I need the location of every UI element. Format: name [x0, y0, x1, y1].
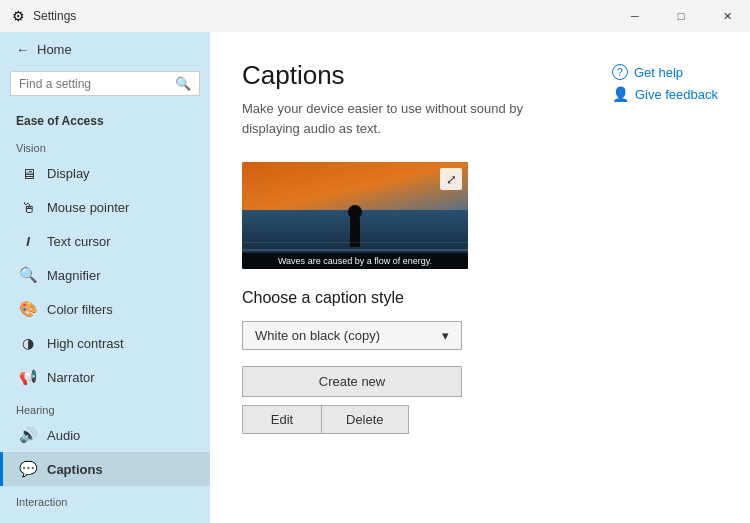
- get-help-label: Get help: [634, 65, 683, 80]
- minimize-button[interactable]: ─: [612, 0, 658, 32]
- content-area: Captions Make your device easier to use …: [210, 32, 750, 523]
- text-cursor-icon: I: [19, 232, 37, 250]
- page-title: Captions: [242, 60, 562, 91]
- content-header: Captions Make your device easier to use …: [242, 60, 718, 138]
- style-dropdown-value: White on black (copy): [255, 328, 380, 343]
- chevron-down-icon: ▾: [442, 328, 449, 343]
- style-actions: Edit Delete: [242, 405, 718, 434]
- settings-icon: ⚙: [12, 8, 25, 24]
- mouse-pointer-icon: 🖱: [19, 198, 37, 216]
- close-button[interactable]: ✕: [704, 0, 750, 32]
- display-icon: 🖥: [19, 164, 37, 182]
- section-title: Ease of Access: [0, 106, 210, 132]
- sidebar-item-narrator[interactable]: 📢 Narrator: [0, 360, 210, 394]
- maximize-button[interactable]: □: [658, 0, 704, 32]
- sidebar-item-narrator-label: Narrator: [47, 370, 95, 385]
- magnifier-icon: 🔍: [19, 266, 37, 284]
- get-help-link[interactable]: ? Get help: [612, 64, 718, 80]
- titlebar-left: ⚙ Settings: [12, 8, 76, 24]
- titlebar: ⚙ Settings ─ □ ✕: [0, 0, 750, 32]
- feedback-link[interactable]: 👤 Give feedback: [612, 86, 718, 102]
- edit-button[interactable]: Edit: [242, 405, 322, 434]
- sidebar-item-mouse-pointer-label: Mouse pointer: [47, 200, 129, 215]
- create-new-button[interactable]: Create new: [242, 366, 462, 397]
- titlebar-title: Settings: [33, 9, 76, 23]
- sidebar-item-audio[interactable]: 🔊 Audio: [0, 418, 210, 452]
- back-icon: ←: [16, 42, 29, 57]
- sidebar-item-color-filters[interactable]: 🎨 Color filters: [0, 292, 210, 326]
- sidebar-item-captions[interactable]: 💬 Captions: [0, 452, 210, 486]
- sidebar-item-audio-label: Audio: [47, 428, 80, 443]
- sidebar-item-magnifier-label: Magnifier: [47, 268, 100, 283]
- sidebar-item-high-contrast-label: High contrast: [47, 336, 124, 351]
- audio-icon: 🔊: [19, 426, 37, 444]
- home-label: Home: [37, 42, 72, 57]
- app-body: ← Home 🔍 Ease of Access Vision 🖥 Display…: [0, 32, 750, 523]
- sidebar-item-high-contrast[interactable]: ◑ High contrast: [0, 326, 210, 360]
- style-dropdown[interactable]: White on black (copy) ▾: [242, 321, 462, 350]
- help-icon: ?: [612, 64, 628, 80]
- sidebar-item-mouse-pointer[interactable]: 🖱 Mouse pointer: [0, 190, 210, 224]
- color-filters-icon: 🎨: [19, 300, 37, 318]
- sidebar-item-display-label: Display: [47, 166, 90, 181]
- interaction-label: Interaction: [0, 486, 210, 510]
- feedback-icon: 👤: [612, 86, 629, 102]
- caption-preview: ⤢ Waves are caused by a flow of energy.: [242, 162, 468, 269]
- sidebar-home[interactable]: ← Home: [0, 32, 210, 67]
- sidebar-item-captions-label: Captions: [47, 462, 103, 477]
- expand-button[interactable]: ⤢: [440, 168, 462, 190]
- sidebar-search-container: 🔍: [10, 71, 200, 96]
- captions-icon: 💬: [19, 460, 37, 478]
- sidebar-item-color-filters-label: Color filters: [47, 302, 113, 317]
- style-section-title: Choose a caption style: [242, 289, 718, 307]
- sidebar-item-display[interactable]: 🖥 Display: [0, 156, 210, 190]
- vision-label: Vision: [0, 132, 210, 156]
- search-input[interactable]: [19, 77, 169, 91]
- content-left: Captions Make your device easier to use …: [242, 60, 562, 138]
- narrator-icon: 📢: [19, 368, 37, 386]
- titlebar-controls: ─ □ ✕: [612, 0, 750, 32]
- sidebar-item-text-cursor-label: Text cursor: [47, 234, 111, 249]
- delete-button[interactable]: Delete: [322, 405, 409, 434]
- hearing-label: Hearing: [0, 394, 210, 418]
- sidebar-item-magnifier[interactable]: 🔍 Magnifier: [0, 258, 210, 292]
- caption-text: Waves are caused by a flow of energy.: [242, 253, 468, 269]
- help-links: ? Get help 👤 Give feedback: [612, 64, 718, 102]
- high-contrast-icon: ◑: [19, 334, 37, 352]
- sidebar: ← Home 🔍 Ease of Access Vision 🖥 Display…: [0, 32, 210, 523]
- feedback-label: Give feedback: [635, 87, 718, 102]
- sidebar-item-text-cursor[interactable]: I Text cursor: [0, 224, 210, 258]
- search-icon: 🔍: [175, 76, 191, 91]
- content-description: Make your device easier to use without s…: [242, 99, 562, 138]
